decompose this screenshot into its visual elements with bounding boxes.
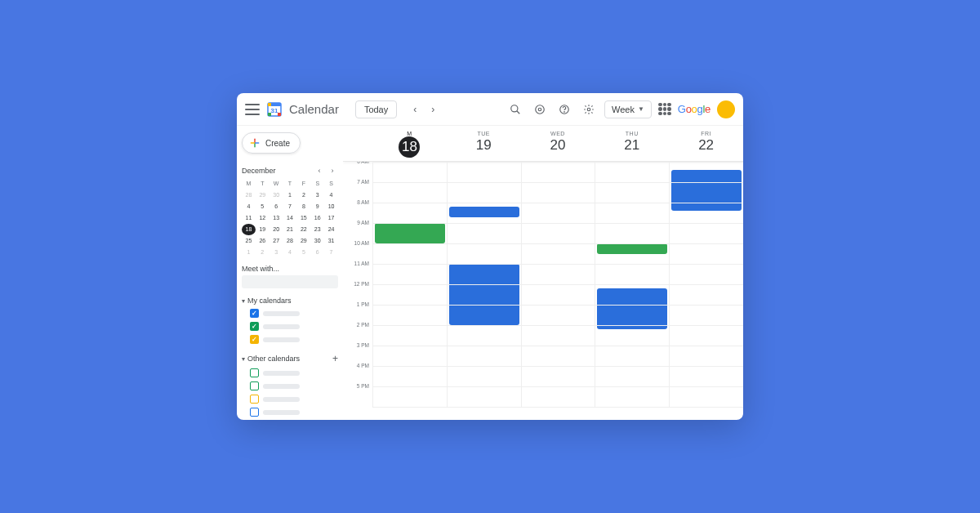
time-label: 1 PM <box>343 301 372 322</box>
mini-day-cell[interactable]: 18 <box>242 224 256 235</box>
sidebar: Create December ‹ › MTWTFSS 282930123445… <box>237 126 343 420</box>
calendar-event[interactable] <box>597 288 667 329</box>
mini-day-cell[interactable]: 22 <box>296 224 310 235</box>
other-calendar-item[interactable] <box>242 394 338 404</box>
mini-day-cell[interactable]: 28 <box>283 235 297 247</box>
mini-day-cell[interactable]: 15 <box>296 212 310 224</box>
mini-day-cell[interactable]: 9 <box>310 201 324 212</box>
mini-day-cell[interactable]: 6 <box>310 247 324 258</box>
svg-point-6 <box>511 105 518 111</box>
mini-day-cell[interactable]: 3 <box>270 247 283 258</box>
mini-day-cell[interactable]: 12 <box>256 212 270 224</box>
view-selector[interactable]: Week ▼ <box>604 100 652 118</box>
help-icon[interactable] <box>555 100 573 118</box>
hour-gridline <box>372 305 743 306</box>
other-calendar-item[interactable] <box>242 381 338 391</box>
hour-gridline <box>372 366 743 367</box>
calendar-checkbox[interactable] <box>250 408 259 417</box>
user-avatar[interactable] <box>717 100 735 118</box>
svg-line-7 <box>517 110 520 114</box>
mini-day-cell[interactable]: 10 <box>324 201 338 212</box>
chevron-down-icon: ▼ <box>638 105 644 113</box>
other-calendar-item[interactable] <box>242 368 338 378</box>
calendar-checkbox[interactable] <box>250 309 259 318</box>
calendar-event[interactable] <box>449 264 519 325</box>
mini-day-cell[interactable]: 16 <box>310 212 324 224</box>
mini-day-cell[interactable]: 11 <box>242 212 256 224</box>
mini-day-cell[interactable]: 30 <box>270 190 283 201</box>
mini-day-cell[interactable]: 3 <box>310 190 324 201</box>
calendar-checkbox[interactable] <box>250 335 259 344</box>
calendar-checkbox[interactable] <box>250 395 259 404</box>
time-label: 10 AM <box>343 240 372 261</box>
mini-day-cell[interactable]: 19 <box>256 224 270 235</box>
add-calendar-button[interactable]: + <box>332 353 338 364</box>
mini-day-cell[interactable]: 14 <box>283 212 297 224</box>
mini-day-cell[interactable]: 29 <box>256 190 270 201</box>
mini-day-cell[interactable]: 13 <box>270 212 283 224</box>
mini-day-cell[interactable]: 23 <box>310 224 324 235</box>
mini-next-month-button[interactable]: › <box>327 165 338 176</box>
day-header[interactable]: THU21 <box>595 126 669 161</box>
day-header-dow: TUE <box>447 131 521 136</box>
mini-day-cell[interactable]: 4 <box>324 190 338 201</box>
mini-day-cell[interactable]: 6 <box>270 201 283 212</box>
mini-day-cell[interactable]: 2 <box>256 247 270 258</box>
day-header[interactable]: M18 <box>372 126 447 161</box>
settings-gear-icon[interactable] <box>580 100 598 118</box>
mini-day-cell[interactable]: 28 <box>242 190 256 201</box>
hamburger-menu-icon[interactable] <box>245 102 260 117</box>
mini-day-cell[interactable]: 24 <box>324 224 338 235</box>
hour-gridline <box>372 284 743 285</box>
mini-prev-month-button[interactable]: ‹ <box>314 165 325 176</box>
meet-with-input[interactable] <box>242 275 338 288</box>
day-header[interactable]: WED20 <box>521 126 595 161</box>
other-calendars-toggle[interactable]: ▾ Other calendars + <box>242 353 338 364</box>
mini-day-cell[interactable]: 31 <box>324 235 338 247</box>
create-button[interactable]: Create <box>242 132 301 154</box>
calendar-checkbox[interactable] <box>250 368 259 377</box>
mini-day-cell[interactable]: 4 <box>242 201 256 212</box>
my-calendars-toggle[interactable]: ▾ My calendars <box>242 297 338 305</box>
other-calendar-item[interactable] <box>242 407 338 417</box>
calendar-event[interactable] <box>375 223 445 243</box>
calendar-event[interactable] <box>449 207 519 217</box>
day-headers-row: M18TUE19WED20THU21FRI22 <box>343 126 743 162</box>
calendar-checkbox[interactable] <box>250 381 259 390</box>
my-calendar-item[interactable] <box>242 334 338 345</box>
my-calendar-item[interactable] <box>242 321 338 332</box>
day-header[interactable]: FRI22 <box>669 126 743 161</box>
create-button-label: Create <box>265 139 290 148</box>
mini-day-cell[interactable]: 1 <box>242 247 256 258</box>
my-calendar-item[interactable] <box>242 308 338 319</box>
mini-day-cell[interactable]: 7 <box>283 201 297 212</box>
search-icon[interactable] <box>506 100 524 118</box>
support-icon[interactable] <box>531 100 549 118</box>
mini-day-cell[interactable]: 20 <box>270 224 283 235</box>
mini-day-cell[interactable]: 5 <box>256 201 270 212</box>
mini-day-cell[interactable]: 21 <box>283 224 297 235</box>
mini-day-cell[interactable]: 30 <box>310 235 324 247</box>
mini-day-cell[interactable]: 29 <box>296 235 310 247</box>
mini-day-cell[interactable]: 7 <box>324 247 338 258</box>
today-button[interactable]: Today <box>355 100 397 118</box>
svg-point-12 <box>587 108 590 111</box>
mini-day-cell[interactable]: 17 <box>324 212 338 224</box>
time-label: 3 PM <box>343 342 372 363</box>
calendar-grid-scroll[interactable]: 6 AM7 AM8 AM9 AM10 AM11 AM12 PM1 PM2 PM3… <box>343 162 743 420</box>
calendar-checkbox[interactable] <box>250 322 259 331</box>
mini-day-cell[interactable]: 5 <box>296 247 310 258</box>
mini-day-cell[interactable]: 1 <box>283 190 297 201</box>
google-apps-icon[interactable] <box>658 103 671 116</box>
mini-day-cell[interactable]: 8 <box>296 201 310 212</box>
mini-day-cell[interactable]: 26 <box>256 235 270 247</box>
mini-day-cell[interactable]: 27 <box>270 235 283 247</box>
prev-week-button[interactable]: ‹ <box>407 101 423 118</box>
calendar-event[interactable] <box>671 170 742 211</box>
mini-day-cell[interactable]: 2 <box>296 190 310 201</box>
calendar-event[interactable] <box>597 243 667 254</box>
next-week-button[interactable]: › <box>425 101 441 118</box>
mini-day-cell[interactable]: 4 <box>283 247 297 258</box>
mini-day-cell[interactable]: 25 <box>242 235 256 247</box>
day-header[interactable]: TUE19 <box>447 126 521 161</box>
